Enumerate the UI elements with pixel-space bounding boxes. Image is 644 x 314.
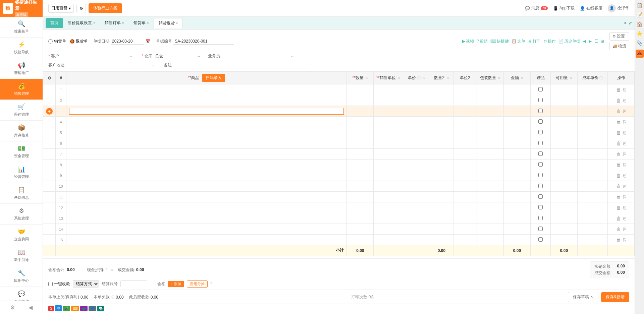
gift-check-14[interactable] [538,227,543,231]
row-amount-11[interactable] [504,192,531,202]
mic-icon[interactable]: 🎤 [63,306,70,311]
row-price-12[interactable] [403,202,430,213]
sidebar-item-10[interactable]: 🤝企业协同 [0,225,43,245]
topbar-settings-btn[interactable]: ⚙ [76,4,86,13]
row-price-1[interactable] [403,84,430,95]
operate-btn[interactable]: ⚙ 操作 [543,39,556,44]
row-pack-8[interactable] [477,160,504,170]
unit-sort-icon[interactable]: ⇅ [397,76,400,80]
row-avail-13[interactable] [551,213,578,224]
row-unit-11[interactable] [374,192,403,202]
row-copy-4[interactable]: ⎘ [623,119,627,125]
row-unit2-4[interactable] [453,117,477,127]
sidebar-item-1[interactable]: ⚡快捷导航 [0,38,43,58]
row-unit2-1[interactable] [453,84,477,95]
account-more-btn[interactable]: ··· [151,281,155,286]
row-delete-2[interactable]: 🗑 [615,97,622,104]
new-row-input-3[interactable] [69,108,344,115]
row-gift-15[interactable] [531,235,551,245]
account-method-select[interactable]: 结算方式 [73,280,99,288]
row-qty-3[interactable] [347,106,374,117]
row-price-10[interactable] [403,181,430,192]
row-unit-6[interactable] [374,138,403,149]
row-qty-2[interactable] [347,95,374,106]
row-avail-6[interactable] [551,138,578,149]
row-price-11[interactable] [403,192,430,202]
row-qty2-10[interactable] [430,181,453,192]
gift-check-15[interactable] [538,237,543,242]
row-amount-8[interactable] [504,160,531,170]
radio-sale[interactable]: 销货单 [48,39,66,44]
radio-return[interactable]: 退货单 [70,39,88,44]
sidebar-item-12[interactable]: 🔧应用中心 [0,266,43,287]
date-input[interactable] [111,38,144,45]
row-delete-8[interactable]: 🗑 [615,162,622,168]
row-delete-13[interactable]: 🗑 [615,215,622,222]
row-delete-12[interactable]: 🗑 [615,204,622,211]
row-gift-6[interactable] [531,138,551,149]
row-gift-1[interactable] [531,84,551,95]
row-avail-1[interactable] [551,84,578,95]
row-unit2-6[interactable] [453,138,477,149]
expand-icon[interactable]: ⤢ [629,21,632,25]
row-unit2-9[interactable] [453,170,477,181]
list-view-icon[interactable]: ☰ [594,39,598,44]
row-delete-15[interactable]: 🗑 [615,237,622,243]
row-amount-12[interactable] [504,202,531,213]
select-btn[interactable]: 📋 选单 [512,39,525,44]
row-goods-15[interactable] [66,235,347,245]
sidebar-item-13[interactable]: 💬企业微信 [0,287,43,301]
gift-check-5[interactable] [538,130,543,134]
row-delete-5[interactable]: 🗑 [615,129,622,136]
customer-input[interactable] [60,53,127,59]
row-pack-7[interactable] [477,149,504,160]
row-unit-12[interactable] [374,202,403,213]
panel-icon-2[interactable]: 📝 [637,12,642,17]
row-pack-14[interactable] [477,224,504,235]
chat-icon[interactable]: 💬 [97,306,104,311]
row-cost-8[interactable] [578,160,608,170]
row-goods-4[interactable] [66,117,347,127]
row-unit-15[interactable] [374,235,403,245]
row-copy-14[interactable]: ⎘ [623,226,627,233]
shortcut-btn[interactable]: ⌨ 快捷键 [490,39,509,44]
row-qty-8[interactable] [347,160,374,170]
row-copy-2[interactable]: ⎘ [623,97,627,104]
address-more-btn[interactable]: ··· [152,63,156,68]
row-amount-15[interactable] [504,235,531,245]
gift-check-13[interactable] [538,216,543,220]
price-sort-icon[interactable]: ⇅ [422,76,425,80]
row-unit-4[interactable] [374,117,403,127]
row-pack-3[interactable] [477,106,504,117]
row-copy-9[interactable]: ⎘ [623,172,627,179]
row-amount-2[interactable] [504,95,531,106]
pack-sort-icon[interactable]: ⇅ [498,76,500,80]
price-info-icon[interactable]: ⓘ [417,76,421,80]
row-avail-11[interactable] [551,192,578,202]
zh-icon[interactable]: 中 [55,305,62,311]
row-gift-12[interactable] [531,202,551,213]
gift-check-10[interactable] [538,184,543,188]
row-avail-4[interactable] [551,117,578,127]
row-qty-9[interactable] [347,170,374,181]
sidebar-item-4[interactable]: 🛒采购管理 [0,100,43,121]
grid-view-icon[interactable]: ⊞ [601,39,604,44]
row-delete-1[interactable]: 🗑 [615,86,622,93]
row-price-14[interactable] [403,224,430,235]
row-pack-4[interactable] [477,117,504,127]
sidebar-item-3[interactable]: 💰销售管理 [0,79,43,100]
gift-check-11[interactable] [538,194,543,199]
row-copy-5[interactable]: ⎘ [623,129,627,136]
sidebar-item-8[interactable]: 📋基础信息 [0,183,43,204]
tab-2[interactable]: 销售订单× [100,18,129,28]
row-cost-15[interactable] [578,235,608,245]
row-amount-13[interactable] [504,213,531,224]
row-unit2-14[interactable] [453,224,477,235]
save-new-btn[interactable]: 保存&新增 [601,292,629,302]
tab-4[interactable]: 销货退货× [154,18,183,28]
row-qty2-7[interactable] [430,149,453,160]
help-btn[interactable]: ? 帮助 [477,39,488,44]
panel-icon-6[interactable]: 📤 [636,50,644,58]
row-qty2-14[interactable] [430,224,453,235]
row-qty2-6[interactable] [430,138,453,149]
